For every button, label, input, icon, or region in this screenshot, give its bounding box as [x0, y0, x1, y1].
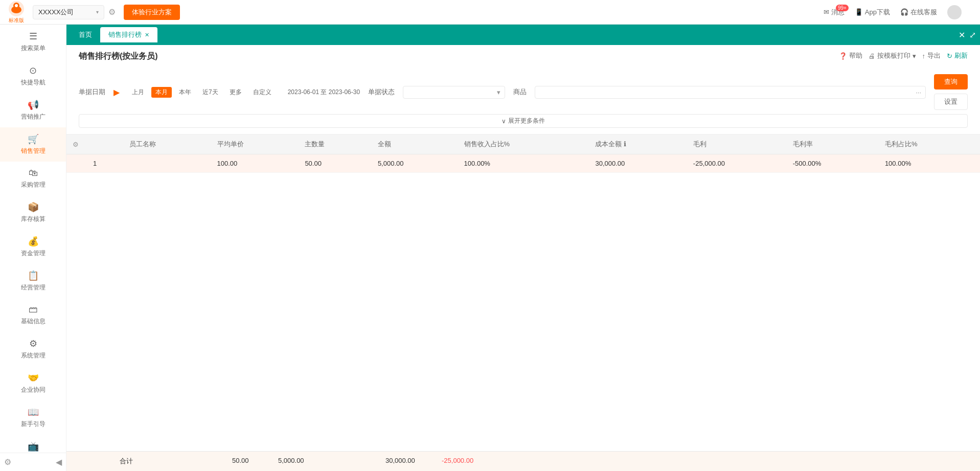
footer-amount: 5,000.00: [272, 457, 323, 466]
filter-setting-button[interactable]: 设置: [934, 94, 968, 110]
sidebar-settings-icon[interactable]: ⚙: [4, 457, 11, 467]
sidebar-icon-base-info: 🗃: [29, 304, 38, 315]
sidebar-item-base-info[interactable]: 🗃基础信息: [0, 298, 66, 332]
tab-close-icon[interactable]: ✕: [145, 32, 149, 38]
footer-cost-amount: 30,000.00: [379, 457, 436, 466]
filter-collapse-icon[interactable]: ▶: [113, 87, 120, 97]
table-wrapper: ⚙ 员工名称 平均单价 主数量 全额 销售收入占比% 成本全额 ℹ 毛利 毛: [66, 134, 980, 471]
help-label: 帮助: [849, 51, 862, 60]
date-filter-label: 单据日期: [79, 87, 105, 97]
status-select[interactable]: ▾: [403, 86, 505, 99]
sidebar-item-sales[interactable]: 🛒销售管理: [0, 127, 66, 162]
refresh-button[interactable]: ↻ 刷新: [947, 51, 968, 60]
template-print-button[interactable]: 🖨 按模板打印 ▾: [869, 51, 916, 60]
sidebar-item-system[interactable]: ⚙系统管理: [0, 332, 66, 366]
status-filter-label: 单据状态: [368, 87, 395, 97]
date-tab-this-month[interactable]: 本月: [151, 87, 172, 98]
message-action[interactable]: ✉ 消息 99+: [824, 8, 845, 17]
main-area: ☰搜索菜单⊙快捷导航📢营销推广🛒销售管理🛍采购管理📦库存核算💰资金管理📋经营管理…: [0, 25, 980, 471]
avatar[interactable]: [947, 5, 962, 19]
sidebar-item-operations[interactable]: 📋经营管理: [0, 264, 66, 298]
col-header-sales-pct: 销售收入占比%: [458, 134, 589, 154]
table-settings-icon[interactable]: ⚙: [73, 141, 79, 148]
sidebar-icon-app-center: 📺: [28, 441, 39, 452]
help-button[interactable]: ❓ 帮助: [839, 51, 862, 60]
tab-restore-icon[interactable]: ⤢: [969, 30, 976, 40]
sidebar-label-system: 系统管理: [21, 351, 45, 360]
col-header-settings: ⚙: [66, 134, 87, 154]
sidebar-icon-quick-nav: ⊙: [29, 65, 37, 76]
template-print-chevron: ▾: [913, 52, 916, 60]
page-header: 销售排行榜(按业务员) ❓ 帮助 🖨 按模板打印 ▾ ↑: [66, 45, 980, 68]
date-tabs: 上月 本月 本年 近7天 更多 自定义: [128, 87, 276, 98]
export-button[interactable]: ↑ 导出: [922, 51, 941, 60]
goods-select[interactable]: ···: [535, 86, 926, 99]
company-name: XXXXX公司: [38, 8, 94, 17]
col-header-avg-price: 平均单价: [211, 134, 299, 154]
col-header-gross-pct: 毛利占比%: [879, 134, 980, 154]
tab-label: 销售排行榜: [108, 30, 142, 39]
filter-bar: 单据日期 ▶ 上月 本月 本年 近7天 更多 自定义 2023-06-01 至 …: [66, 68, 980, 134]
chevron-down-icon: ▾: [96, 9, 99, 15]
page-title: 销售排行榜(按业务员): [79, 51, 158, 62]
export-icon: ↑: [922, 52, 926, 60]
expand-button[interactable]: ∨ 展开更多条件: [79, 114, 968, 128]
sidebar-icon-purchase: 🛍: [29, 168, 38, 178]
sidebar-icon-enterprise-collab: 🤝: [28, 372, 39, 384]
filter-row-1: 单据日期 ▶ 上月 本月 本年 近7天 更多 自定义 2023-06-01 至 …: [79, 74, 968, 110]
svg-point-3: [15, 4, 18, 7]
row-name: [123, 154, 211, 173]
help-icon: ❓: [839, 52, 847, 60]
sidebar-label-base-info: 基础信息: [21, 317, 45, 326]
table-header-row: ⚙ 员工名称 平均单价 主数量 全额 销售收入占比% 成本全额 ℹ 毛利 毛: [66, 134, 980, 154]
sidebar-label-sales: 销售管理: [21, 147, 45, 155]
sidebar-item-search[interactable]: ☰搜索菜单: [0, 25, 66, 59]
sidebar-label-purchase: 采购管理: [21, 181, 45, 189]
footer-gross-profit: -25,000.00: [436, 457, 492, 466]
logo-icon: [8, 1, 25, 17]
date-tab-last-month[interactable]: 上月: [128, 87, 148, 98]
content-area: 首页 销售排行榜 ✕ ✕ ⤢ 销售排行榜(按业务员) ❓ 帮助: [66, 25, 980, 471]
sidebar-icon-sales: 🛒: [28, 133, 39, 145]
status-select-arrow-icon: ▾: [497, 88, 500, 96]
tab-close-all-icon[interactable]: ✕: [959, 30, 965, 40]
app-download-action[interactable]: 📱 App下载: [855, 8, 890, 17]
sidebar-item-finance[interactable]: 💰资金管理: [0, 230, 66, 264]
sidebar-label-quick-nav: 快捷导航: [21, 78, 45, 87]
sidebar-label-inventory: 库存核算: [21, 215, 45, 223]
top-bar-right: ✉ 消息 99+ 📱 App下载 🎧 在线客服: [824, 5, 972, 19]
sidebar-item-quick-nav[interactable]: ⊙快捷导航: [0, 59, 66, 93]
date-tab-this-year[interactable]: 本年: [175, 87, 195, 98]
query-button[interactable]: 查询: [934, 74, 968, 89]
col-header-cost-amount: 成本全额 ℹ: [589, 134, 687, 154]
date-tab-more[interactable]: 更多: [225, 87, 246, 98]
sidebar-item-app-center[interactable]: 📺应用中心: [0, 435, 66, 453]
trial-button[interactable]: 体验行业方案: [124, 5, 180, 20]
headset-icon: 🎧: [900, 8, 908, 16]
company-selector[interactable]: XXXXX公司 ▾: [33, 5, 104, 19]
logo-subtitle: 标准版: [9, 17, 24, 24]
top-settings-icon[interactable]: ⚙: [108, 7, 116, 17]
online-service-action[interactable]: 🎧 在线客服: [900, 8, 937, 17]
sidebar-item-inventory[interactable]: 📦库存核算: [0, 195, 66, 230]
export-label: 导出: [927, 51, 941, 60]
sidebar-collapse-icon[interactable]: ◀: [56, 457, 62, 467]
message-badge: 99+: [836, 5, 849, 11]
online-service-label: 在线客服: [910, 8, 937, 17]
row-settings-cell: [66, 154, 87, 173]
goods-filter-label: 商品: [513, 87, 527, 97]
sidebar-item-marketing[interactable]: 📢营销推广: [0, 93, 66, 127]
sidebar-item-enterprise-collab[interactable]: 🤝企业协同: [0, 366, 66, 400]
date-tab-7days[interactable]: 近7天: [198, 87, 222, 98]
row-amount: 5,000.00: [372, 154, 458, 173]
sidebar-item-purchase[interactable]: 🛍采购管理: [0, 162, 66, 195]
expand-row: ∨ 展开更多条件: [79, 114, 968, 128]
app-download-icon: 📱: [855, 8, 863, 16]
tab-home[interactable]: 首页: [71, 27, 100, 42]
sidebar-item-beginner-guide[interactable]: 📖新手引导: [0, 400, 66, 435]
top-bar: 标准版 XXXXX公司 ▾ ⚙ 体验行业方案 ✉ 消息 99+ 📱 App下载 …: [0, 0, 980, 25]
tab-sales-ranking[interactable]: 销售排行榜 ✕: [100, 27, 157, 42]
date-tab-custom[interactable]: 自定义: [249, 87, 276, 98]
row-qty: 50.00: [299, 154, 371, 173]
expand-label: 展开更多条件: [508, 117, 545, 125]
